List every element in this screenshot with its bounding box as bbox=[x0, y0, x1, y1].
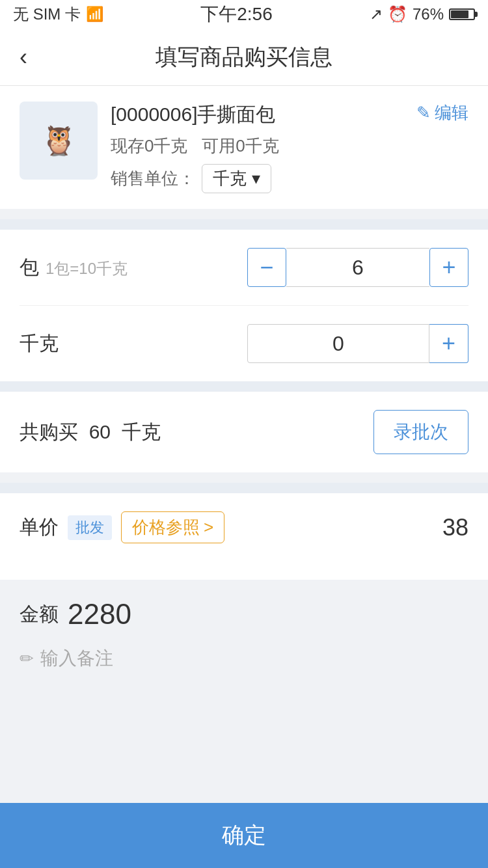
section-divider-2 bbox=[0, 381, 488, 392]
total-label: 共购买 60 千克 bbox=[20, 419, 161, 446]
kg-label: 千克 bbox=[20, 331, 59, 357]
product-info: [0000006]手撕面包 现存0千克 可用0千克 销售单位： 千克 ▾ bbox=[111, 102, 403, 193]
wifi-icon: 📶 bbox=[86, 6, 103, 23]
status-left: 无 SIM 卡 📶 bbox=[13, 4, 103, 25]
section-divider-3 bbox=[0, 483, 488, 493]
pack-label: 包 1包=10千克 bbox=[20, 254, 128, 281]
remark-row[interactable]: ✏ 输入备注 bbox=[20, 646, 468, 671]
pack-plus-button[interactable]: + bbox=[429, 248, 468, 287]
pencil-icon: ✏ bbox=[20, 649, 34, 669]
price-reference-button[interactable]: 价格参照 > bbox=[121, 511, 224, 543]
alarm-icon: ⏰ bbox=[388, 5, 407, 23]
edit-button[interactable]: ✎ 编辑 bbox=[416, 102, 468, 124]
total-section: 共购买 60 千克 录批次 bbox=[0, 392, 488, 472]
pack-hint: 1包=10千克 bbox=[46, 258, 128, 279]
section-divider-1 bbox=[0, 219, 488, 230]
confirm-button[interactable]: 确定 bbox=[0, 803, 488, 868]
battery-icon bbox=[449, 8, 475, 20]
amount-row: 金额 2280 bbox=[20, 598, 468, 631]
unit-select[interactable]: 千克 ▾ bbox=[202, 164, 271, 193]
pack-quantity-control: − + bbox=[247, 248, 468, 287]
kg-row: 千克 + bbox=[20, 306, 468, 381]
record-batch-button[interactable]: 录批次 bbox=[373, 410, 468, 454]
pack-row: 包 1包=10千克 − + bbox=[20, 230, 468, 306]
product-image: 🦉 bbox=[20, 102, 98, 180]
nav-bar: ‹ 填写商品购买信息 bbox=[0, 29, 488, 86]
product-thumbnail: 🦉 bbox=[41, 124, 77, 157]
price-section: 单价 批发 价格参照 > 38 bbox=[0, 493, 488, 580]
back-button[interactable]: ‹ bbox=[20, 44, 27, 71]
chevron-right-icon: > bbox=[204, 517, 213, 537]
price-value: 38 bbox=[442, 514, 468, 541]
product-stock: 现存0千克 可用0千克 bbox=[111, 135, 403, 157]
pack-quantity-input[interactable] bbox=[286, 248, 429, 287]
status-bar: 无 SIM 卡 📶 下午2:56 ↗ ⏰ 76% bbox=[0, 0, 488, 29]
carrier-text: 无 SIM 卡 bbox=[13, 4, 81, 25]
total-row: 共购买 60 千克 录批次 bbox=[20, 392, 468, 472]
pack-minus-button[interactable]: − bbox=[247, 248, 286, 287]
location-icon: ↗ bbox=[370, 5, 383, 23]
remark-placeholder[interactable]: 输入备注 bbox=[40, 646, 113, 671]
product-name: [0000006]手撕面包 bbox=[111, 102, 403, 128]
kg-quantity-control: + bbox=[247, 324, 468, 363]
price-label: 单价 批发 价格参照 > bbox=[20, 511, 224, 543]
amount-section: 金额 2280 ✏ 输入备注 bbox=[0, 580, 488, 788]
status-right: ↗ ⏰ 76% bbox=[370, 5, 475, 23]
price-row: 单价 批发 价格参照 > 38 bbox=[20, 511, 468, 543]
product-card: 🦉 [0000006]手撕面包 现存0千克 可用0千克 销售单位： 千克 ▾ ✎… bbox=[0, 86, 488, 209]
kg-plus-button[interactable]: + bbox=[429, 324, 468, 363]
battery-text: 76% bbox=[413, 5, 444, 23]
price-type-badge: 批发 bbox=[68, 515, 112, 540]
page-title: 填写商品购买信息 bbox=[156, 42, 332, 72]
chevron-down-icon: ▾ bbox=[252, 169, 260, 189]
amount-value: 2280 bbox=[68, 598, 131, 631]
quantity-section: 包 1包=10千克 − + 千克 + bbox=[0, 230, 488, 381]
edit-icon: ✎ bbox=[416, 103, 431, 123]
kg-quantity-input[interactable] bbox=[247, 324, 429, 363]
product-unit: 销售单位： 千克 ▾ bbox=[111, 164, 403, 193]
amount-label: 金额 bbox=[20, 601, 59, 628]
status-time: 下午2:56 bbox=[200, 2, 273, 27]
